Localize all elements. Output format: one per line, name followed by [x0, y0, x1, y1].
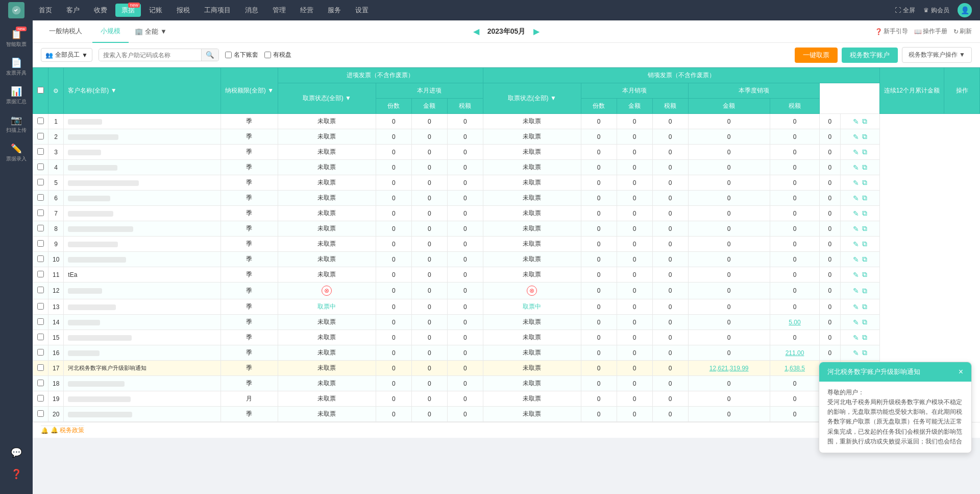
- logo[interactable]: [8, 2, 24, 18]
- edit-icon[interactable]: ✎: [853, 225, 859, 233]
- sub-nav-small[interactable]: 小规模: [92, 20, 129, 43]
- tax-policy-bar[interactable]: 🔔 🔔 税务政策: [41, 426, 84, 435]
- nav-fee[interactable]: 收费: [88, 4, 113, 17]
- popup-close-btn[interactable]: ×: [959, 367, 963, 377]
- period-next-btn[interactable]: ▶: [530, 26, 543, 38]
- row-checkbox[interactable]: [37, 225, 44, 231]
- copy-icon[interactable]: ⧉: [862, 178, 867, 187]
- copy-icon[interactable]: ⧉: [862, 318, 867, 326]
- copy-icon[interactable]: ⧉: [862, 194, 867, 202]
- edit-icon[interactable]: ✎: [853, 163, 859, 172]
- row-checkbox[interactable]: [37, 240, 44, 247]
- row-checkbox[interactable]: [37, 209, 44, 216]
- row-checkbox[interactable]: [37, 117, 44, 124]
- row-checkbox[interactable]: [37, 271, 44, 277]
- nav-manage[interactable]: 管理: [266, 4, 292, 17]
- out-fetch-status-header[interactable]: 取票状态(全部) ▼: [483, 83, 581, 114]
- nav-client[interactable]: 客户: [60, 4, 86, 17]
- settings-col[interactable]: ⚙: [48, 68, 64, 114]
- tax-digital-account-btn[interactable]: 税务数字账户: [842, 48, 898, 63]
- nav-service[interactable]: 服务: [322, 4, 347, 17]
- edit-icon[interactable]: ✎: [853, 334, 859, 342]
- edit-icon[interactable]: ✎: [853, 133, 859, 141]
- copy-icon[interactable]: ⧉: [862, 163, 867, 172]
- row-checkbox[interactable]: [37, 349, 44, 356]
- edit-icon[interactable]: ✎: [853, 117, 859, 126]
- fullscreen-btn[interactable]: ⛶ 全屏: [895, 6, 915, 15]
- edit-icon[interactable]: ✎: [853, 255, 859, 264]
- row-checkbox[interactable]: [37, 255, 44, 262]
- sidebar-msg[interactable]: 💬: [2, 443, 31, 463]
- vip-btn[interactable]: ♛ 购会员: [923, 6, 949, 15]
- nav-invoice[interactable]: 票据 new: [115, 4, 141, 17]
- nav-business[interactable]: 工商项目: [198, 4, 237, 17]
- user-avatar[interactable]: 👤: [958, 3, 972, 17]
- copy-icon[interactable]: ⧉: [862, 148, 867, 156]
- nav-message[interactable]: 消息: [239, 4, 264, 17]
- nav-accounting[interactable]: 记账: [143, 4, 168, 17]
- row-checkbox[interactable]: [37, 395, 44, 402]
- my-accounts-checkbox[interactable]: [225, 52, 232, 58]
- tax-policy-label[interactable]: 🔔 税务政策: [51, 426, 84, 435]
- edit-icon[interactable]: ✎: [853, 240, 859, 248]
- sidebar-help[interactable]: ❓: [2, 464, 31, 485]
- sidebar-scan-upload[interactable]: 📷 扫描上传: [2, 110, 31, 138]
- copy-icon[interactable]: ⧉: [862, 255, 867, 264]
- search-input[interactable]: [99, 50, 201, 61]
- tax-digital-account-ops-btn[interactable]: 税务数字账户操作 ▼: [902, 47, 972, 63]
- one-key-ticket-btn[interactable]: 一键取票: [795, 48, 838, 63]
- edit-icon[interactable]: ✎: [853, 303, 859, 311]
- row-checkbox[interactable]: [37, 410, 44, 417]
- row-checkbox[interactable]: [37, 194, 44, 201]
- search-button[interactable]: 🔍: [201, 49, 218, 61]
- nav-settings[interactable]: 设置: [349, 4, 375, 17]
- staff-selector[interactable]: 👥 全部员工 ▼: [41, 48, 92, 62]
- nav-home[interactable]: 首页: [33, 4, 58, 17]
- refresh-btn[interactable]: ↻ 刷新: [953, 27, 972, 36]
- row-checkbox[interactable]: [37, 334, 44, 340]
- sidebar-invoice-summary[interactable]: 📊 票据汇总: [2, 82, 31, 109]
- nav-operation[interactable]: 经营: [294, 4, 320, 17]
- edit-icon[interactable]: ✎: [853, 148, 859, 156]
- checkbox-my-accounts[interactable]: 名下账套: [225, 51, 258, 59]
- row-checkbox[interactable]: [37, 364, 44, 371]
- copy-icon[interactable]: ⧉: [862, 132, 867, 141]
- row-checkbox[interactable]: [37, 303, 44, 310]
- copy-icon[interactable]: ⧉: [862, 333, 867, 342]
- row-checkbox[interactable]: [37, 318, 44, 325]
- copy-icon[interactable]: ⧉: [862, 287, 867, 295]
- has-taxpad-checkbox[interactable]: [264, 52, 271, 58]
- row-checkbox[interactable]: [37, 148, 44, 155]
- edit-icon[interactable]: ✎: [853, 194, 859, 202]
- sub-nav-all[interactable]: 🏢 全能 ▼: [131, 25, 171, 38]
- tax-quota-header[interactable]: 纳税额限(全部) ▼: [220, 68, 278, 114]
- copy-icon[interactable]: ⧉: [862, 224, 867, 233]
- sidebar-smart-ticket[interactable]: 📋 智能取票 new: [2, 25, 31, 52]
- edit-icon[interactable]: ✎: [853, 271, 859, 279]
- edit-icon[interactable]: ✎: [853, 209, 859, 218]
- copy-icon[interactable]: ⧉: [862, 302, 867, 311]
- in-fetch-status-header[interactable]: 取票状态(全部) ▼: [278, 83, 376, 114]
- checkbox-has-taxpad[interactable]: 有税盘: [264, 51, 291, 59]
- copy-icon[interactable]: ⧉: [862, 209, 867, 218]
- sidebar-invoice-entry[interactable]: ✏️ 票据录入: [2, 139, 31, 167]
- manual-btn[interactable]: 📖 操作手册: [914, 27, 947, 36]
- edit-icon[interactable]: ✎: [853, 349, 859, 357]
- edit-icon[interactable]: ✎: [853, 287, 859, 295]
- row-checkbox[interactable]: [37, 163, 44, 170]
- edit-icon[interactable]: ✎: [853, 318, 859, 326]
- sub-nav-general[interactable]: 一般纳税人: [41, 20, 90, 43]
- edit-icon[interactable]: ✎: [853, 179, 859, 187]
- new-user-guide-btn[interactable]: ❓ 新手引导: [875, 27, 908, 36]
- nav-tax[interactable]: 报税: [170, 4, 196, 17]
- copy-icon[interactable]: ⧉: [862, 117, 867, 126]
- sidebar-invoice-open[interactable]: 📄 发票开具: [2, 53, 31, 81]
- row-checkbox[interactable]: [37, 380, 44, 386]
- row-checkbox[interactable]: [37, 287, 44, 293]
- row-checkbox[interactable]: [37, 133, 44, 139]
- select-all-checkbox[interactable]: [37, 87, 44, 93]
- copy-icon[interactable]: ⧉: [862, 348, 867, 357]
- client-name-header[interactable]: 客户名称(全部) ▼: [64, 68, 221, 114]
- row-checkbox[interactable]: [37, 179, 44, 185]
- copy-icon[interactable]: ⧉: [862, 270, 867, 279]
